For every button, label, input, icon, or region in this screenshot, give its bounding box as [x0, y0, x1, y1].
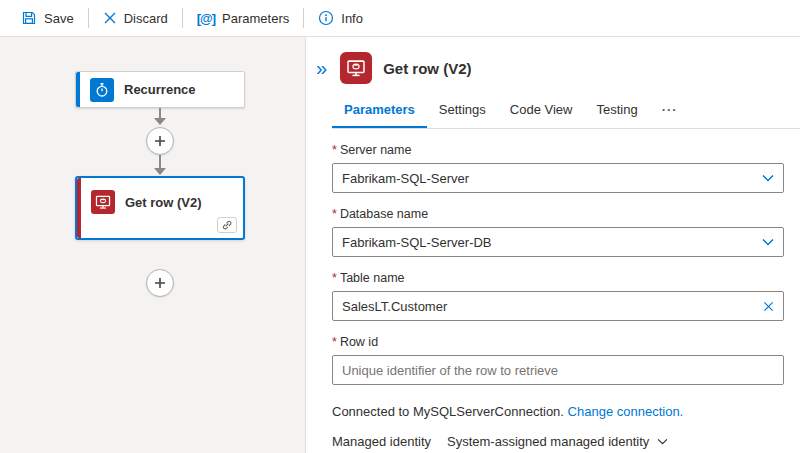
- clear-x-icon: [763, 301, 774, 312]
- info-label: Info: [341, 11, 363, 26]
- table-name-input[interactable]: [332, 291, 784, 321]
- panel-tabs: Parameters Settings Code View Testing ··…: [332, 94, 800, 129]
- chevron-down-icon: [762, 238, 774, 246]
- connection-text: Connected to MySQLServerConnection.: [332, 404, 564, 419]
- info-button[interactable]: Info: [307, 4, 374, 32]
- database-name-dropdown-button[interactable]: [753, 228, 783, 256]
- get-row-node-selected[interactable]: Get row (V2): [75, 176, 245, 240]
- database-name-combobox[interactable]: [332, 227, 784, 257]
- plus-icon: [153, 134, 167, 148]
- add-action-button[interactable]: [146, 269, 174, 297]
- recurrence-label: Recurrence: [124, 82, 196, 97]
- toolbar-separator: [303, 8, 304, 28]
- chevron-down-icon: [762, 174, 774, 182]
- sql-connector-icon: [91, 190, 115, 214]
- tab-settings[interactable]: Settings: [427, 94, 498, 128]
- panel-header: » Get row (V2): [314, 52, 784, 84]
- tab-more[interactable]: ···: [650, 94, 690, 128]
- logic-apps-designer: Save Discard [@] Parameters: [0, 0, 800, 453]
- recurrence-icon: [90, 78, 114, 102]
- parameters-form: * Server name *: [332, 143, 784, 385]
- managed-identity-select[interactable]: System-assigned managed identity: [447, 434, 668, 449]
- chevron-down-icon: [657, 438, 668, 445]
- action-details-panel: » Get row (V2) Parameters Settings Code …: [305, 37, 800, 453]
- row-id-field-group: * Row id: [332, 335, 784, 385]
- managed-identity-row: Managed identity System-assigned managed…: [332, 434, 784, 449]
- discard-button[interactable]: Discard: [92, 5, 179, 32]
- parameters-button[interactable]: [@] Parameters: [186, 5, 301, 32]
- server-name-field-group: * Server name: [332, 143, 784, 193]
- parameters-icon: [@]: [197, 11, 215, 26]
- toolbar-separator: [88, 8, 89, 28]
- collapse-panel-icon[interactable]: »: [314, 58, 329, 78]
- managed-identity-value: System-assigned managed identity: [447, 434, 649, 449]
- row-id-label: * Row id: [332, 335, 784, 349]
- database-name-field-group: * Database name: [332, 207, 784, 257]
- recurrence-accent-bar: [76, 72, 80, 107]
- save-icon: [21, 10, 37, 26]
- server-name-label: * Server name: [332, 143, 784, 157]
- add-action-button[interactable]: [146, 127, 174, 155]
- connector-line: [159, 155, 161, 168]
- connector-arrow: [154, 168, 166, 175]
- tab-parameters[interactable]: Parameters: [332, 94, 427, 128]
- change-connection-link[interactable]: Change connection.: [568, 404, 684, 419]
- get-row-accent-bar: [77, 178, 81, 238]
- discard-icon: [103, 11, 117, 25]
- info-icon: [318, 10, 334, 26]
- managed-identity-label: Managed identity: [332, 434, 431, 449]
- plus-icon: [153, 276, 167, 290]
- save-label: Save: [44, 11, 74, 26]
- recurrence-node[interactable]: Recurrence: [75, 71, 245, 108]
- required-asterisk: *: [332, 271, 337, 285]
- workflow-canvas: Recurrence: [0, 37, 305, 453]
- required-asterisk: *: [332, 207, 337, 221]
- tab-code-view[interactable]: Code View: [498, 94, 585, 128]
- toolbar-separator: [182, 8, 183, 28]
- toolbar: Save Discard [@] Parameters: [0, 0, 800, 37]
- parameters-label: Parameters: [222, 11, 289, 26]
- tab-testing[interactable]: Testing: [584, 94, 649, 128]
- server-name-combobox[interactable]: [332, 163, 784, 193]
- panel-title: Get row (V2): [383, 60, 471, 77]
- table-name-clear-button[interactable]: [753, 292, 783, 320]
- discard-label: Discard: [124, 11, 168, 26]
- table-name-field-group: * Table name: [332, 271, 784, 321]
- required-asterisk: *: [332, 335, 337, 349]
- sql-connector-icon: [340, 52, 372, 84]
- server-name-dropdown-button[interactable]: [753, 164, 783, 192]
- connector-arrow: [154, 118, 166, 125]
- required-asterisk: *: [332, 143, 337, 157]
- get-row-label: Get row (V2): [125, 195, 202, 210]
- connection-status: Connected to MySQLServerConnection. Chan…: [332, 404, 784, 419]
- save-button[interactable]: Save: [10, 4, 85, 32]
- table-name-label: * Table name: [332, 271, 784, 285]
- connection-link-icon: [217, 217, 237, 233]
- database-name-label: * Database name: [332, 207, 784, 221]
- row-id-input[interactable]: [332, 355, 784, 385]
